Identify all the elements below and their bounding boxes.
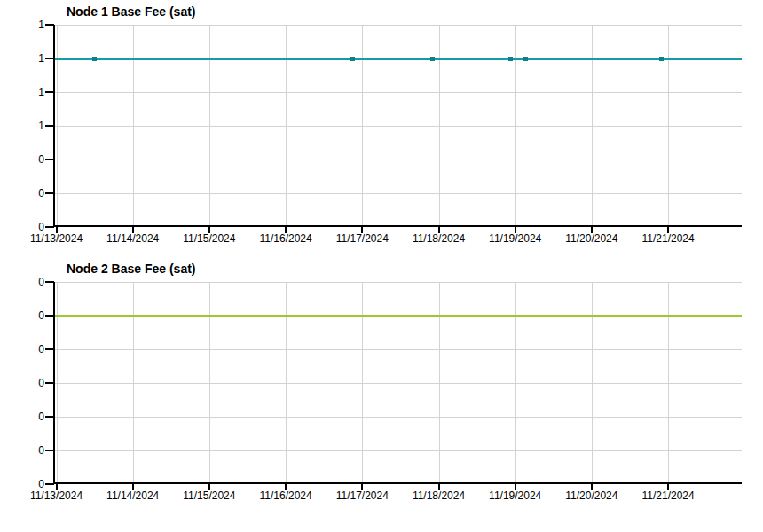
vertical-gridline (592, 25, 593, 225)
x-tick-label: 11/17/2024 (323, 489, 401, 503)
y-tick-label: 0 (0, 342, 44, 356)
vertical-gridline (515, 25, 516, 225)
y-tick-label: 0 (0, 410, 44, 424)
data-point-marker (350, 57, 355, 61)
chart-node-2-base-fee: Node 2 Base Fee (sat) 000000011/13/20241… (0, 257, 763, 510)
x-tick-label: 11/20/2024 (553, 489, 631, 503)
vertical-gridline (57, 282, 58, 482)
vertical-gridline (668, 25, 669, 225)
y-tick-label: 0 (0, 275, 44, 289)
y-tick-label: 1 (0, 51, 44, 66)
horizontal-gridline (55, 193, 742, 194)
data-point-marker (508, 57, 513, 61)
y-tick-label: 0 (0, 309, 44, 323)
y-axis-tick (45, 24, 54, 26)
y-axis-tick (45, 58, 54, 59)
y-tick-label: 1 (0, 85, 44, 99)
series-line (55, 315, 742, 317)
data-point-marker (659, 57, 664, 61)
horizontal-gridline (55, 450, 742, 451)
vertical-gridline (286, 25, 287, 225)
y-tick-label: 1 (0, 18, 44, 32)
y-axis-tick (45, 226, 54, 228)
chart-page: { "page": { "background_color": "#ffffff… (0, 0, 763, 532)
data-point-marker (430, 57, 435, 61)
vertical-gridline (133, 25, 134, 225)
vertical-gridline (592, 282, 593, 482)
y-axis-tick (45, 416, 54, 418)
y-tick-label: 1 (0, 119, 44, 133)
vertical-gridline (439, 282, 440, 482)
vertical-gridline (362, 282, 363, 482)
horizontal-gridline (55, 383, 742, 384)
y-tick-label: 0 (0, 186, 44, 200)
chart-title: Node 2 Base Fee (sat) (67, 262, 196, 276)
horizontal-gridline (55, 160, 742, 160)
vertical-gridline (57, 25, 58, 225)
horizontal-gridline (55, 126, 742, 127)
x-tick-label: 11/13/2024 (18, 232, 96, 246)
vertical-gridline (515, 282, 516, 482)
vertical-gridline (362, 25, 363, 225)
x-tick-label: 11/13/2024 (18, 489, 96, 503)
horizontal-gridline (55, 25, 742, 26)
data-point-marker (92, 57, 97, 61)
x-tick-label: 11/18/2024 (400, 489, 478, 503)
y-axis-tick (45, 315, 54, 317)
vertical-gridline (209, 25, 210, 225)
horizontal-gridline (55, 349, 742, 350)
vertical-gridline (439, 25, 440, 225)
y-axis-tick (45, 192, 54, 194)
vertical-gridline (209, 282, 210, 482)
y-axis-tick (45, 450, 54, 451)
x-tick-label: 11/16/2024 (247, 489, 325, 503)
data-point-marker (523, 57, 528, 61)
x-tick-label: 11/19/2024 (476, 232, 555, 246)
horizontal-gridline (55, 92, 742, 93)
series-line (55, 58, 742, 60)
y-axis-tick (45, 483, 54, 485)
x-tick-label: 11/14/2024 (94, 232, 172, 246)
y-axis-tick (45, 281, 54, 283)
y-tick-label: 0 (0, 443, 44, 458)
x-tick-label: 11/15/2024 (170, 489, 248, 503)
x-tick-label: 11/21/2024 (629, 232, 707, 246)
horizontal-gridline (55, 417, 742, 418)
x-tick-label: 11/20/2024 (553, 232, 631, 246)
x-tick-label: 11/21/2024 (629, 489, 707, 503)
x-tick-label: 11/15/2024 (170, 232, 248, 246)
x-tick-label: 11/18/2024 (400, 232, 478, 246)
y-axis-tick (45, 382, 54, 384)
vertical-gridline (133, 282, 134, 482)
plot-area (53, 25, 742, 227)
horizontal-gridline (55, 282, 742, 283)
x-tick-label: 11/19/2024 (476, 489, 555, 503)
vertical-gridline (668, 282, 669, 482)
plot-area (53, 282, 742, 484)
x-tick-label: 11/16/2024 (247, 232, 325, 246)
y-axis-tick (45, 159, 54, 160)
vertical-gridline (286, 282, 287, 482)
chart-node-1-base-fee: Node 1 Base Fee (sat) 111100011/13/20241… (0, 0, 763, 253)
y-axis-tick (45, 125, 54, 127)
y-axis-tick (45, 348, 54, 350)
chart-title: Node 1 Base Fee (sat) (67, 4, 196, 19)
y-axis-tick (45, 91, 54, 93)
x-tick-label: 11/14/2024 (94, 489, 172, 503)
y-tick-label: 0 (0, 153, 44, 167)
y-tick-label: 0 (0, 376, 44, 390)
x-tick-label: 11/17/2024 (323, 232, 401, 246)
